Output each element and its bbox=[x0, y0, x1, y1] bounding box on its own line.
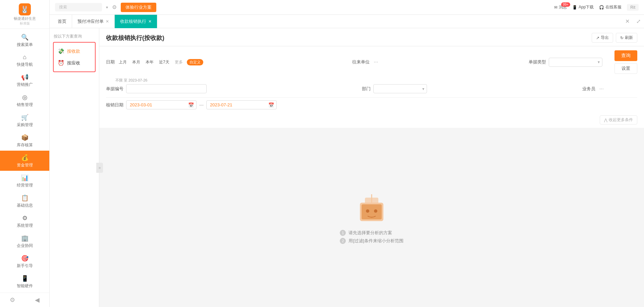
calendar-start-icon[interactable]: 📅 bbox=[188, 102, 194, 108]
partner-dots-btn[interactable]: ··· bbox=[372, 59, 379, 65]
date-more-btn[interactable]: 更多 bbox=[173, 59, 184, 66]
empty-svg bbox=[355, 191, 388, 224]
page-header: 收款核销执行(按收款) ↗ 导出 ↻ 刷新 bbox=[99, 28, 644, 46]
sidebar-item-label: 基础信息 bbox=[17, 203, 33, 208]
app-label: App下载 bbox=[579, 4, 594, 10]
sidebar-item-system[interactable]: ⚙ 系统管理 bbox=[0, 211, 49, 231]
sidebar-item-enterprise[interactable]: 🏢 企业协同 bbox=[0, 231, 49, 251]
date-this-year-btn[interactable]: 本年 bbox=[144, 59, 155, 66]
export-button[interactable]: ↗ 导出 bbox=[592, 33, 613, 43]
verify-date-field: 核销日期 📅 — 📅 bbox=[106, 100, 277, 109]
form-row-docno: 单据编号 部门 业务员 bbox=[106, 84, 637, 93]
sidebar-item-purchase[interactable]: 🛒 采购管理 bbox=[0, 110, 49, 131]
tab-receipt-verify[interactable]: 收款核销执行 ✕ bbox=[115, 15, 157, 28]
sidebar-item-search-menu[interactable]: 🔍 搜索菜单 bbox=[0, 30, 49, 50]
date-field: 日期 上月 本月 本年 近7天 更多 自定义 bbox=[106, 59, 203, 66]
by-receipt-icon: 💸 bbox=[58, 48, 64, 54]
sidebar-item-finance[interactable]: 💰 资金管理 bbox=[0, 151, 49, 171]
query-btn-group: 查询 设置 bbox=[614, 50, 637, 74]
sidebar-item-label: 销售管理 bbox=[17, 102, 33, 108]
date-last-month-btn[interactable]: 上月 bbox=[117, 59, 128, 66]
message-button[interactable]: ✉ 消息 99+ bbox=[554, 4, 567, 10]
filter-panel-collapse-btn[interactable]: » bbox=[96, 163, 103, 173]
solution-button[interactable]: 体验行业方案 bbox=[121, 3, 156, 12]
tab-home[interactable]: 首页 bbox=[52, 15, 72, 28]
doc-type-label: 单据类型 bbox=[529, 59, 546, 65]
setting-button[interactable]: 设置 bbox=[614, 63, 637, 74]
tab-prepay[interactable]: 预付冲应付单 ✕ bbox=[72, 15, 115, 28]
sidebar-collapse-btn[interactable]: ◀ bbox=[35, 296, 40, 304]
sidebar-item-hardware[interactable]: 📱 智能硬件 bbox=[0, 271, 49, 292]
message-badge: 99+ bbox=[561, 2, 570, 7]
query-button[interactable]: 查询 bbox=[614, 50, 637, 61]
doc-type-field: 单据类型 bbox=[529, 58, 602, 67]
empty-illustration bbox=[355, 191, 388, 224]
topbar-dropdown-arrow[interactable]: ▾ bbox=[106, 5, 108, 10]
sidebar-item-sales[interactable]: ◎ 销售管理 bbox=[0, 90, 49, 110]
sidebar-item-inventory[interactable]: 📦 库存核算 bbox=[0, 131, 49, 151]
filter-item-by-receipt[interactable]: 💸 按收款 bbox=[54, 45, 95, 57]
date-shortcuts: 上月 本月 本年 近7天 更多 自定义 bbox=[117, 59, 203, 66]
system-icon: ⚙ bbox=[22, 214, 28, 222]
collapse-button[interactable]: ⋀ 收起更多条件 bbox=[600, 115, 637, 124]
calendar-end-icon[interactable]: 📅 bbox=[268, 102, 274, 108]
tabbar-expand-icon[interactable]: ⤢ bbox=[633, 18, 644, 24]
sidebar-settings-btn[interactable]: ⚙ bbox=[10, 296, 15, 304]
filter-panel-box: 💸 按收款 ⏰ 按应收 bbox=[53, 42, 96, 72]
sidebar: 🐰 畅捷通好生意 标准版 🔍 搜索菜单 ⌂ 快捷导航 📢 营销推广 ◎ 销售管理… bbox=[0, 0, 50, 307]
tab-prepay-close-icon[interactable]: ✕ bbox=[106, 19, 109, 24]
topbar-gear-icon[interactable]: ⚙ bbox=[112, 4, 117, 10]
logo-icon: 🐰 bbox=[19, 3, 31, 15]
partner-field: 往来单位 ··· bbox=[352, 59, 379, 65]
date-range-row: 📅 — 📅 bbox=[126, 100, 277, 109]
hint-num-2: 2 bbox=[340, 238, 346, 244]
sidebar-item-label: 智能硬件 bbox=[17, 283, 33, 289]
date-last7days-btn[interactable]: 近7天 bbox=[158, 59, 171, 66]
filter-item-by-receivable[interactable]: ⏰ 按应收 bbox=[54, 57, 95, 69]
marketing-icon: 📢 bbox=[21, 73, 29, 81]
empty-hint-1: 1 请先选择要分析的方案 bbox=[340, 230, 403, 236]
quick-nav-icon: ⌂ bbox=[23, 54, 26, 61]
sidebar-item-basic[interactable]: 📋 基础信息 bbox=[0, 191, 49, 211]
app-icon: 📱 bbox=[572, 5, 577, 10]
svg-point-3 bbox=[374, 209, 377, 213]
sidebar-item-quick-nav[interactable]: ⌂ 快捷导航 bbox=[0, 50, 49, 70]
search-placeholder-text: 搜索 bbox=[59, 5, 67, 9]
collapse-bar: ⋀ 收起更多条件 bbox=[106, 113, 637, 128]
verify-date-end-input[interactable] bbox=[206, 100, 277, 109]
svg-point-2 bbox=[366, 209, 369, 213]
filter-panel: 按以下方案查询 💸 按收款 ⏰ 按应收 » bbox=[50, 28, 99, 307]
tabbar-close-all-icon[interactable]: ✕ bbox=[622, 18, 633, 24]
online-service-button[interactable]: 🎧 在线客服 bbox=[599, 4, 622, 10]
staff-dots-btn[interactable]: ··· bbox=[598, 86, 605, 92]
sidebar-item-label: 资金管理 bbox=[17, 162, 33, 168]
empty-state: 1 请先选择要分析的方案 2 用[过滤]条件来缩小分析范围 bbox=[99, 128, 644, 307]
date-custom-btn[interactable]: 自定义 bbox=[187, 59, 203, 65]
partner-label: 往来单位 bbox=[352, 59, 370, 65]
date-this-month-btn[interactable]: 本月 bbox=[131, 59, 142, 66]
hardware-icon: 📱 bbox=[21, 275, 29, 282]
doc-type-select-wrapper bbox=[549, 58, 602, 67]
service-icon: 🎧 bbox=[599, 5, 604, 10]
app-download-button[interactable]: 📱 App下载 bbox=[572, 4, 594, 10]
collapse-icon: ⋀ bbox=[604, 118, 607, 122]
sidebar-item-operation[interactable]: 📊 经营管理 bbox=[0, 171, 49, 191]
sidebar-item-label: 快捷导航 bbox=[17, 62, 33, 67]
user-profile[interactable]: Rit bbox=[627, 4, 639, 11]
sidebar-item-marketing[interactable]: 📢 营销推广 bbox=[0, 70, 49, 90]
tab-prepay-label: 预付冲应付单 bbox=[77, 18, 104, 24]
sidebar-item-label: 采购管理 bbox=[17, 122, 33, 128]
finance-icon: 💰 bbox=[21, 154, 29, 161]
date-label: 日期 bbox=[106, 59, 115, 65]
topbar-right: ✉ 消息 99+ 📱 App下载 🎧 在线客服 Rit bbox=[554, 4, 639, 11]
tab-receipt-verify-close-icon[interactable]: ✕ bbox=[148, 19, 152, 24]
dept-select[interactable] bbox=[373, 84, 427, 93]
guide-icon: 🎯 bbox=[21, 255, 29, 262]
refresh-button[interactable]: ↻ 刷新 bbox=[616, 33, 637, 43]
tab-home-label: 首页 bbox=[58, 18, 66, 24]
verify-date-start-input[interactable] bbox=[126, 100, 197, 109]
doc-type-select[interactable] bbox=[549, 58, 602, 67]
sidebar-item-guide[interactable]: 🎯 新手引导 bbox=[0, 251, 49, 271]
tabbar-end: ✕ ⤢ bbox=[622, 18, 644, 24]
doc-no-input[interactable] bbox=[126, 84, 207, 93]
